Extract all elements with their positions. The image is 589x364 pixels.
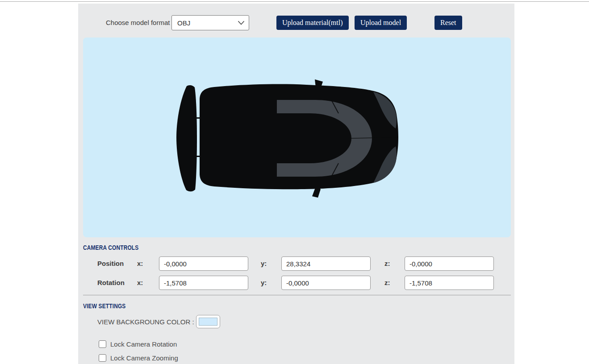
model-format-label: Choose model format bbox=[106, 15, 170, 30]
position-y-label: y: bbox=[261, 256, 267, 271]
rotation-y-input[interactable] bbox=[281, 276, 371, 290]
lock-camera-rotation-row: Lock Camera Rotation bbox=[99, 340, 177, 348]
section-separator bbox=[83, 295, 511, 295]
view-background-color-swatch bbox=[199, 318, 217, 326]
camera-controls-title: CAMERA CONTROLS bbox=[83, 244, 148, 251]
chevron-down-icon bbox=[238, 21, 244, 25]
lock-camera-zooming-row: Lock Camera Zooming bbox=[99, 354, 178, 362]
car-model-top-view bbox=[83, 37, 511, 237]
position-z-input[interactable] bbox=[405, 256, 494, 271]
rotation-label: Rotation bbox=[97, 276, 125, 290]
position-label: Position bbox=[97, 256, 124, 271]
viewport-3d-canvas[interactable] bbox=[83, 37, 511, 237]
rotation-x-input[interactable] bbox=[159, 276, 248, 290]
lock-camera-rotation-label: Lock Camera Rotation bbox=[110, 340, 177, 348]
rotation-x-label: x: bbox=[137, 276, 143, 290]
lock-camera-zooming-label: Lock Camera Zooming bbox=[110, 354, 178, 362]
model-format-select[interactable]: OBJ bbox=[171, 15, 249, 30]
lock-camera-zooming-checkbox[interactable] bbox=[99, 354, 106, 362]
lock-camera-rotation-checkbox[interactable] bbox=[99, 340, 106, 348]
view-background-color-picker[interactable] bbox=[196, 315, 220, 328]
page-top-rule bbox=[0, 1, 589, 2]
position-z-label: z: bbox=[384, 256, 390, 271]
position-x-label: x: bbox=[137, 256, 143, 271]
position-x-input[interactable] bbox=[159, 256, 248, 271]
content-panel: Choose model format OBJ Upload material(… bbox=[78, 4, 514, 364]
view-background-color-row: VIEW BACKGROUNG COLOR : bbox=[97, 315, 220, 328]
model-format-selected-value: OBJ bbox=[177, 19, 238, 27]
rotation-z-label: z: bbox=[384, 276, 390, 290]
rotation-z-input[interactable] bbox=[405, 276, 494, 290]
camera-rotation-row: Rotation x: y: z: bbox=[78, 276, 514, 290]
rotation-y-label: y: bbox=[261, 276, 267, 290]
upload-model-button[interactable]: Upload model bbox=[355, 16, 407, 30]
view-settings-title: VIEW SETTINGS bbox=[83, 302, 133, 310]
camera-position-row: Position x: y: z: bbox=[78, 256, 514, 271]
upload-material-button[interactable]: Upload material(mtl) bbox=[276, 16, 349, 30]
position-y-input[interactable] bbox=[281, 256, 371, 271]
reset-button[interactable]: Reset bbox=[434, 16, 462, 30]
view-background-color-label: VIEW BACKGROUNG COLOR : bbox=[97, 318, 194, 326]
